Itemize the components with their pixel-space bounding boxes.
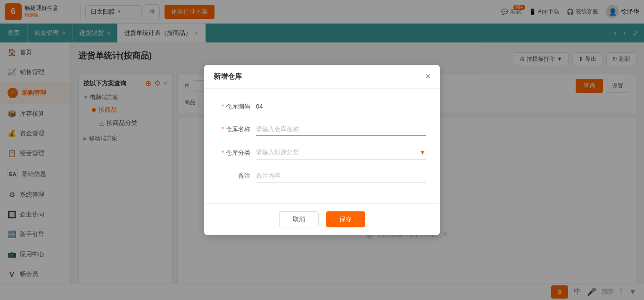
modal-title: 新增仓库 [214, 72, 242, 81]
category-label: 仓库分类 [218, 149, 256, 157]
form-row-name: 仓库名称 [218, 123, 426, 136]
modal-close-btn[interactable]: × [425, 72, 430, 82]
add-warehouse-modal: 新增仓库 × 仓库编码 仓库名称 仓库分类 请输入所属分类 ▼ [204, 65, 440, 235]
code-input[interactable] [256, 100, 426, 113]
modal-header: 新增仓库 × [204, 65, 440, 89]
notes-input[interactable] [256, 169, 426, 183]
category-select[interactable]: 请输入所属分类 ▼ [256, 145, 426, 160]
save-button[interactable]: 保存 [326, 211, 365, 227]
category-placeholder: 请输入所属分类 [256, 148, 299, 157]
cancel-button[interactable]: 取消 [279, 211, 319, 227]
form-row-code: 仓库编码 [218, 100, 426, 113]
form-row-notes: 备注 [218, 169, 426, 183]
notes-label: 备注 [218, 172, 256, 180]
modal-footer: 取消 保存 [204, 203, 440, 235]
code-label: 仓库编码 [218, 102, 256, 111]
modal-body: 仓库编码 仓库名称 仓库分类 请输入所属分类 ▼ 备注 [204, 89, 440, 203]
category-dropdown-icon: ▼ [419, 149, 426, 156]
name-label: 仓库名称 [218, 125, 256, 133]
name-input[interactable] [256, 123, 426, 136]
modal-overlay: 新增仓库 × 仓库编码 仓库名称 仓库分类 请输入所属分类 ▼ [0, 0, 644, 300]
form-row-category: 仓库分类 请输入所属分类 ▼ [218, 145, 426, 160]
